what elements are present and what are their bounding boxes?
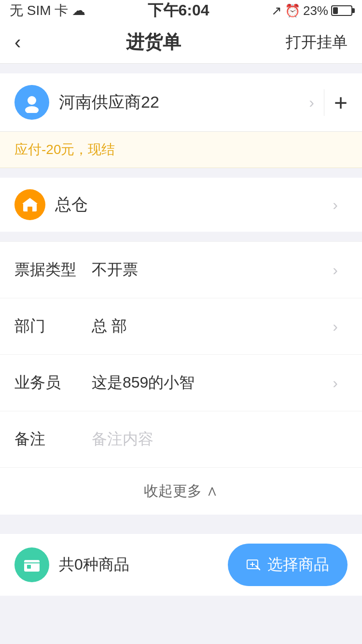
warehouse-section: 总仓 › xyxy=(0,178,362,232)
warehouse-chevron-icon: › xyxy=(333,196,338,214)
salesman-value: 这是859的小智 xyxy=(92,372,333,393)
supplier-row[interactable]: 河南供应商22 › + xyxy=(0,73,362,132)
svg-point-0 xyxy=(28,96,36,105)
page-title: 进货单 xyxy=(126,30,181,55)
warehouse-icon xyxy=(14,189,45,220)
form-section: 票据类型 不开票 › 部门 总 部 › 业务员 这是859的小智 › 备注 备注… xyxy=(0,241,362,515)
svg-rect-5 xyxy=(24,560,40,572)
battery-icon xyxy=(331,5,352,16)
notice-bar: 应付-20元，现结 xyxy=(0,132,362,168)
alarm-icon: ⏰ xyxy=(285,3,300,18)
remark-input[interactable]: 备注内容 xyxy=(92,429,348,450)
salesman-chevron-icon: › xyxy=(333,374,338,392)
status-right: ↗ ⏰ 23% xyxy=(271,3,352,18)
select-product-label: 选择商品 xyxy=(267,554,329,575)
svg-rect-6 xyxy=(27,565,31,569)
svg-rect-4 xyxy=(28,207,32,211)
bottom-bar: 共0种商品 选择商品 xyxy=(0,534,362,596)
select-product-button[interactable]: 选择商品 xyxy=(228,544,348,586)
invoice-chevron-icon: › xyxy=(333,261,338,279)
remark-row[interactable]: 备注 备注内容 xyxy=(0,411,362,467)
warehouse-name: 总仓 xyxy=(55,194,333,216)
status-left: 无 SIM 卡 ☁ xyxy=(10,1,85,20)
supplier-avatar xyxy=(14,85,49,120)
invoice-value: 不开票 xyxy=(92,259,333,280)
supplier-section: 河南供应商22 › + 应付-20元，现结 xyxy=(0,73,362,168)
supplier-chevron-icon: › xyxy=(309,94,314,112)
salesman-row[interactable]: 业务员 这是859的小智 › xyxy=(0,354,362,411)
department-row[interactable]: 部门 总 部 › xyxy=(0,298,362,354)
collapse-label: 收起更多 ∧ xyxy=(144,483,218,499)
department-chevron-icon: › xyxy=(333,318,338,336)
product-icon-wrap xyxy=(14,547,49,582)
gap-2 xyxy=(0,168,362,178)
svg-point-1 xyxy=(25,106,39,113)
remark-label: 备注 xyxy=(14,429,92,450)
svg-marker-3 xyxy=(22,198,38,204)
gap-1 xyxy=(0,64,362,73)
invoice-type-row[interactable]: 票据类型 不开票 › xyxy=(0,241,362,298)
collapse-button[interactable]: 收起更多 ∧ xyxy=(0,467,362,515)
notice-text: 应付-20元，现结 xyxy=(14,142,115,157)
sim-signal: 无 SIM 卡 ☁ xyxy=(10,1,85,20)
invoice-label: 票据类型 xyxy=(14,259,92,280)
status-time: 下午6:04 xyxy=(148,0,209,21)
gap-3 xyxy=(0,232,362,241)
status-bar: 无 SIM 卡 ☁ 下午6:04 ↗ ⏰ 23% xyxy=(0,0,362,21)
rest-area xyxy=(0,596,362,644)
product-count-text: 共0种商品 xyxy=(59,554,228,575)
salesman-label: 业务员 xyxy=(14,372,92,393)
location-icon: ↗ xyxy=(271,3,282,18)
open-pending-button[interactable]: 打开挂单 xyxy=(286,32,348,53)
department-label: 部门 xyxy=(14,316,92,337)
battery-percent: 23% xyxy=(303,3,328,18)
supplier-name: 河南供应商22 xyxy=(59,91,309,113)
back-button[interactable]: ‹ xyxy=(14,31,21,53)
nav-bar: ‹ 进货单 打开挂单 xyxy=(0,21,362,64)
warehouse-row[interactable]: 总仓 › xyxy=(0,178,362,232)
department-value: 总 部 xyxy=(92,316,333,337)
gap-4 xyxy=(0,515,362,524)
add-supplier-button[interactable]: + xyxy=(324,89,348,116)
